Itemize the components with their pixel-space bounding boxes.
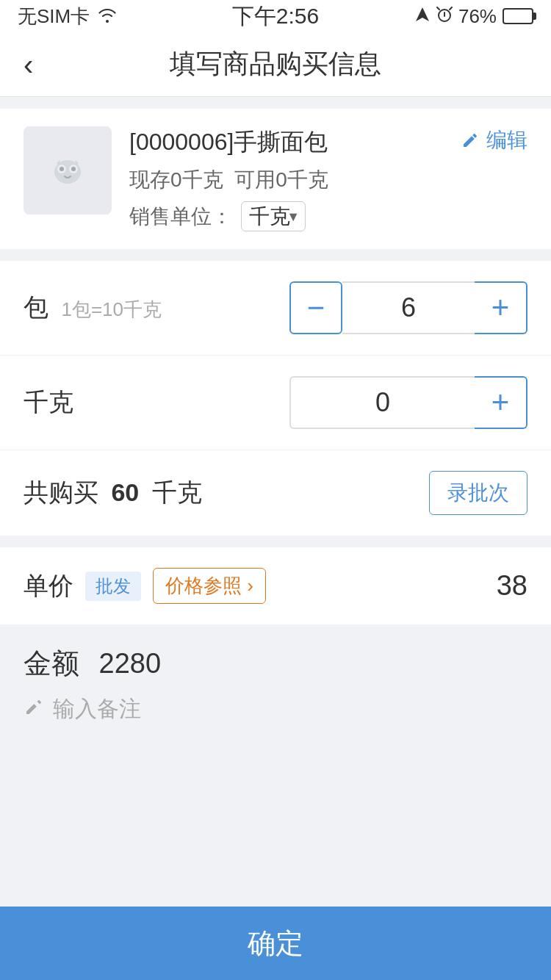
price-label: 单价 [24,569,73,603]
edit-label: 编辑 [486,126,527,154]
back-button[interactable]: ‹ [24,50,33,79]
svg-point-7 [60,167,64,171]
remark-placeholder[interactable]: 输入备注 [53,694,141,724]
svg-line-2 [437,7,439,10]
status-left: 无SIM卡 [18,4,118,29]
product-info: [0000006]手撕面包 编辑 现存0千克 可用0千克 销售单位： 千克 [129,126,527,231]
kg-quantity-control: + [289,376,527,429]
svg-line-3 [450,7,452,10]
package-minus-button[interactable]: − [289,281,342,334]
price-section: 单价 批发 价格参照 › 38 [0,547,551,624]
carrier-text: 无SIM卡 [18,4,90,29]
location-icon [414,5,431,28]
product-image [24,126,112,215]
package-plus-button[interactable]: + [475,281,527,334]
batch-button[interactable]: 录批次 [429,471,527,515]
svg-point-8 [71,167,76,171]
battery-text: 76% [458,5,497,28]
price-ref-button[interactable]: 价格参照 › [153,568,266,604]
battery-icon [503,8,533,24]
alarm-icon [436,5,453,28]
kg-label: 千克 [24,386,289,419]
package-quantity-input[interactable] [342,281,475,334]
product-stock: 现存0千克 可用0千克 [129,166,527,194]
price-value: 38 [497,570,527,602]
amount-value: 2280 [99,648,162,679]
status-time: 下午2:56 [232,1,319,32]
price-row: 单价 批发 价格参照 › 38 [24,568,527,604]
unit-select[interactable]: 千克 [241,201,306,231]
wifi-icon [97,5,118,28]
pencil-icon [24,696,44,722]
total-text: 共购买 60 千克 [24,476,429,510]
amount-section: 金额 2280 输入备注 [0,624,551,739]
quantity-section: 包 1包=10千克 − + 千克 + 共购买 60 千克 录批次 [0,261,551,536]
package-label: 包 1包=10千克 [24,291,289,325]
product-name: [0000006]手撕面包 [129,126,328,159]
total-amount: 60 [111,478,139,506]
kg-plus-button[interactable]: + [475,376,527,429]
nav-bar: ‹ 填写商品购买信息 [0,32,551,97]
page-title: 填写商品购买信息 [170,46,381,82]
price-badge: 批发 [85,572,141,601]
package-quantity-control: − + [289,281,527,334]
amount-row: 金额 2280 [24,645,527,682]
total-row: 共购买 60 千克 录批次 [0,450,551,536]
status-bar: 无SIM卡 下午2:56 76% [0,0,551,32]
kg-quantity-input[interactable] [289,376,475,429]
status-right: 76% [414,5,533,28]
confirm-button[interactable]: 确定 [0,907,551,980]
package-row: 包 1包=10千克 − + [0,261,551,356]
package-hint: 1包=10千克 [61,298,162,320]
product-unit-row: 销售单位： 千克 [129,201,527,231]
edit-button[interactable]: 编辑 [461,126,527,154]
unit-select-wrap[interactable]: 千克 [241,201,306,231]
remark-row[interactable]: 输入备注 [24,694,527,739]
kg-row: 千克 + [0,356,551,450]
product-card: [0000006]手撕面包 编辑 现存0千克 可用0千克 销售单位： 千克 [0,109,551,249]
